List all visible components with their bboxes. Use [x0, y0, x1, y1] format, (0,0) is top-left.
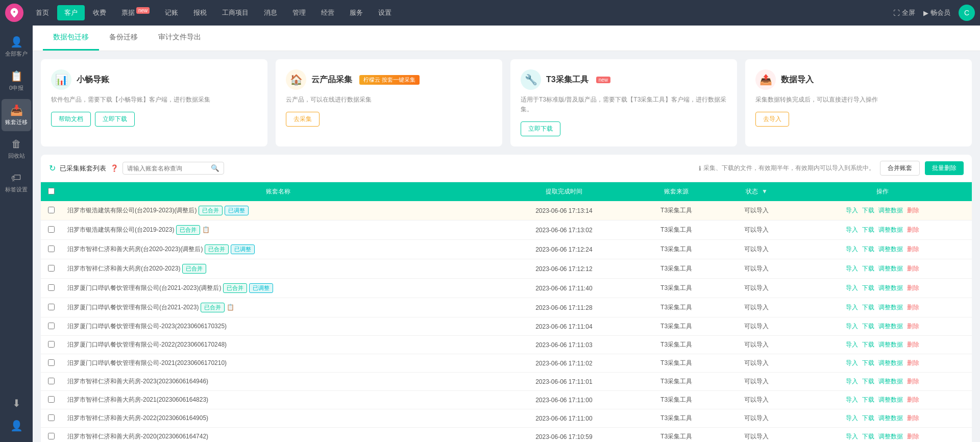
- action-调整数据[interactable]: 调整数据: [878, 378, 903, 385]
- nav-invoice[interactable]: 票据new: [114, 5, 157, 20]
- tab-backup[interactable]: 备份迁移: [99, 26, 148, 51]
- nav-home[interactable]: 首页: [29, 5, 56, 20]
- row-checkbox[interactable]: [48, 245, 55, 252]
- row-checkbox[interactable]: [48, 323, 55, 329]
- action-调整数据[interactable]: 调整数据: [878, 433, 903, 440]
- action-调整数据[interactable]: 调整数据: [878, 323, 903, 330]
- action-删除[interactable]: 删除: [907, 433, 919, 440]
- row-checkbox[interactable]: [48, 304, 55, 310]
- nav-customer[interactable]: 客户: [57, 5, 85, 20]
- sidebar-item-account-migration[interactable]: 📥 账套迁移: [2, 99, 31, 131]
- sidebar-item-recycle[interactable]: 🗑 回收站: [2, 133, 31, 165]
- go-import-button[interactable]: 去导入: [755, 112, 789, 127]
- action-删除[interactable]: 删除: [907, 265, 919, 272]
- action-删除[interactable]: 删除: [907, 414, 919, 422]
- action-调整数据[interactable]: 调整数据: [878, 284, 903, 291]
- tab-audit-export[interactable]: 审计文件导出: [148, 26, 211, 51]
- action-删除[interactable]: 删除: [907, 245, 919, 253]
- row-checkbox[interactable]: [48, 378, 55, 384]
- nav-message[interactable]: 消息: [257, 5, 284, 20]
- user-avatar[interactable]: C: [959, 5, 975, 21]
- action-下载[interactable]: 下载: [862, 207, 874, 214]
- action-删除[interactable]: 删除: [907, 304, 919, 311]
- action-下载[interactable]: 下载: [862, 414, 874, 422]
- sidebar-item-tag-setting[interactable]: 🏷 标签设置: [2, 167, 31, 199]
- action-下载[interactable]: 下载: [862, 265, 874, 272]
- row-checkbox[interactable]: [48, 341, 55, 348]
- action-删除[interactable]: 删除: [907, 226, 919, 233]
- action-下载[interactable]: 下载: [862, 378, 874, 385]
- row-checkbox[interactable]: [48, 284, 55, 291]
- row-checkbox[interactable]: [48, 396, 55, 403]
- action-导入[interactable]: 导入: [846, 341, 858, 348]
- action-导入[interactable]: 导入: [846, 433, 858, 440]
- search-input[interactable]: [127, 165, 209, 172]
- action-导入[interactable]: 导入: [846, 378, 858, 385]
- row-checkbox[interactable]: [48, 414, 55, 421]
- action-下载[interactable]: 下载: [862, 323, 874, 330]
- go-collect-button[interactable]: 去采集: [286, 112, 320, 127]
- action-导入[interactable]: 导入: [846, 284, 858, 291]
- action-调整数据[interactable]: 调整数据: [878, 359, 903, 366]
- nav-bookkeeping[interactable]: 记账: [158, 5, 185, 20]
- member-btn[interactable]: ▶ 畅会员: [923, 8, 950, 17]
- action-导入[interactable]: 导入: [846, 414, 858, 422]
- row-checkbox[interactable]: [48, 359, 55, 366]
- refresh-icon[interactable]: ↻: [49, 163, 56, 173]
- action-删除[interactable]: 删除: [907, 341, 919, 348]
- action-调整数据[interactable]: 调整数据: [878, 304, 903, 311]
- action-导入[interactable]: 导入: [846, 226, 858, 233]
- row-checkbox[interactable]: [48, 265, 55, 272]
- action-调整数据[interactable]: 调整数据: [878, 265, 903, 272]
- action-删除[interactable]: 删除: [907, 284, 919, 291]
- help-doc-button[interactable]: 帮助文档: [51, 112, 91, 127]
- nav-service[interactable]: 服务: [342, 5, 370, 20]
- action-下载[interactable]: 下载: [862, 304, 874, 311]
- sidebar-item-download[interactable]: ⬇: [2, 392, 31, 414]
- nav-fee[interactable]: 收费: [86, 5, 113, 20]
- nav-operation[interactable]: 经营: [314, 5, 341, 20]
- action-调整数据[interactable]: 调整数据: [878, 245, 903, 253]
- action-下载[interactable]: 下载: [862, 245, 874, 253]
- row-checkbox[interactable]: [48, 207, 55, 213]
- action-导入[interactable]: 导入: [846, 304, 858, 311]
- action-调整数据[interactable]: 调整数据: [878, 414, 903, 422]
- action-删除[interactable]: 删除: [907, 396, 919, 403]
- nav-tax[interactable]: 报税: [186, 5, 214, 20]
- action-调整数据[interactable]: 调整数据: [878, 207, 903, 214]
- row-checkbox[interactable]: [48, 433, 55, 439]
- action-导入[interactable]: 导入: [846, 396, 858, 403]
- action-删除[interactable]: 删除: [907, 359, 919, 366]
- action-导入[interactable]: 导入: [846, 207, 858, 214]
- copy-icon[interactable]: 📋: [227, 304, 234, 311]
- select-all-checkbox[interactable]: [48, 188, 55, 194]
- action-下载[interactable]: 下载: [862, 433, 874, 440]
- fullscreen-btn[interactable]: ⛶ 全屏: [893, 8, 915, 17]
- action-下载[interactable]: 下载: [862, 359, 874, 366]
- nav-setting[interactable]: 设置: [371, 5, 399, 20]
- action-导入[interactable]: 导入: [846, 265, 858, 272]
- row-checkbox[interactable]: [48, 226, 55, 233]
- action-导入[interactable]: 导入: [846, 323, 858, 330]
- action-删除[interactable]: 删除: [907, 378, 919, 385]
- action-导入[interactable]: 导入: [846, 359, 858, 366]
- action-下载[interactable]: 下载: [862, 226, 874, 233]
- action-下载[interactable]: 下载: [862, 284, 874, 291]
- action-调整数据[interactable]: 调整数据: [878, 226, 903, 233]
- batch-delete-button[interactable]: 批量删除: [925, 161, 964, 175]
- help-icon[interactable]: ❓: [110, 164, 118, 172]
- header-status[interactable]: 状态 ▼: [720, 182, 793, 201]
- sidebar-item-all-clients[interactable]: 👤 全部客户: [2, 31, 31, 63]
- merge-accounts-button[interactable]: 合并账套: [880, 161, 920, 176]
- action-调整数据[interactable]: 调整数据: [878, 396, 903, 403]
- action-导入[interactable]: 导入: [846, 245, 858, 253]
- nav-business[interactable]: 工商项目: [215, 5, 256, 20]
- action-调整数据[interactable]: 调整数据: [878, 341, 903, 348]
- header-checkbox[interactable]: [41, 182, 61, 201]
- download-now-button[interactable]: 立即下载: [95, 112, 135, 127]
- action-删除[interactable]: 删除: [907, 323, 919, 330]
- action-下载[interactable]: 下载: [862, 341, 874, 348]
- sidebar-item-account-setting[interactable]: 👤: [2, 414, 31, 437]
- sidebar-item-zero-report[interactable]: 📋 0申报: [2, 65, 31, 97]
- action-删除[interactable]: 删除: [907, 207, 919, 214]
